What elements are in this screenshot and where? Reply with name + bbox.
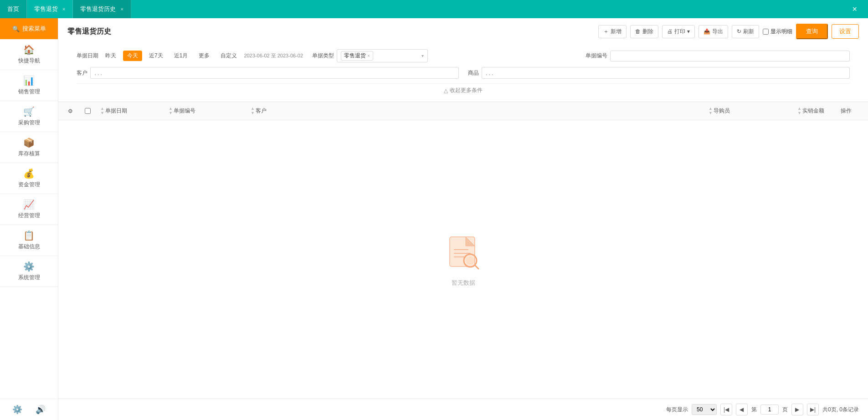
date-7days[interactable]: 近7天	[145, 51, 167, 61]
home-tab-label: 首页	[7, 5, 19, 13]
purchase-icon: 🛒	[23, 106, 35, 117]
sidebar-item-inventory[interactable]: 📦 库存核算	[0, 132, 58, 163]
settings-bottom-icon[interactable]: ⚙️	[12, 405, 22, 415]
sidebar-item-label-quick-nav: 快捷导航	[18, 57, 40, 65]
date-today[interactable]: 今天	[123, 51, 142, 61]
date-1month[interactable]: 近1月	[170, 51, 192, 61]
export-button-label: 导出	[712, 28, 723, 36]
delete-button-label: 删除	[642, 28, 653, 36]
page-actions: ＋ 新增 🗑 删除 🖨 打印 ▾ 📤 导出	[598, 24, 859, 39]
page-number-input[interactable]	[760, 405, 779, 415]
top-bar: 首页 零售退货 × 零售退货历史 × ×	[0, 0, 868, 18]
settings-button-label: 设置	[839, 28, 851, 35]
customer-label: 客户	[77, 69, 87, 77]
finance-icon: 💰	[23, 168, 35, 179]
sidebar-item-label-finance: 资金管理	[18, 181, 40, 189]
select-all-checkbox[interactable]	[85, 108, 91, 114]
tab-retail-return-history[interactable]: 零售退货历史 ×	[73, 0, 131, 18]
export-button[interactable]: 📤 导出	[699, 25, 728, 38]
column-settings-icon[interactable]: ⚙	[68, 108, 73, 114]
print-button[interactable]: 🖨 打印 ▾	[662, 25, 695, 38]
per-page-select[interactable]: 10 20 50 100	[692, 404, 717, 415]
voucher-type-label: 单据类型	[312, 52, 334, 60]
audio-bottom-icon[interactable]: 🔊	[36, 405, 46, 415]
content-area: 零售退货历史 ＋ 新增 🗑 删除 🖨 打印 ▾	[58, 18, 868, 420]
goods-input[interactable]: ...	[482, 67, 850, 79]
window-close-button[interactable]: ×	[848, 5, 861, 14]
empty-text: 暂无数据	[452, 279, 475, 287]
date-yesterday[interactable]: 昨天	[101, 51, 120, 61]
new-button[interactable]: ＋ 新增	[598, 25, 627, 38]
filter-section: 单据日期 昨天 今天 近7天 近1月 更多 自定义 2023-06-02 至 2…	[67, 45, 859, 102]
date-range-display: 2023-06-02 至 2023-06-02	[244, 52, 303, 59]
show-detail-checkbox-wrapper[interactable]: 显示明细	[763, 28, 792, 36]
page-last-button[interactable]: ▶|	[807, 404, 819, 415]
query-button[interactable]: 查询	[796, 24, 828, 39]
sidebar-item-basic-info[interactable]: 📋 基础信息	[0, 225, 58, 256]
per-page-label: 每页显示	[666, 406, 688, 414]
goods-label: 商品	[468, 69, 479, 77]
show-detail-checkbox[interactable]	[763, 29, 769, 35]
sidebar-item-label-purchase: 采购管理	[18, 119, 40, 127]
th-checkbox[interactable]	[78, 108, 97, 114]
voucher-number-filter-group: 单据编号	[586, 51, 850, 61]
page-title: 零售退货历史	[67, 27, 111, 36]
empty-state: 暂无数据	[58, 120, 868, 399]
date-filter-label: 单据日期	[77, 52, 98, 60]
tab-retail-return-close[interactable]: ×	[62, 6, 65, 12]
number-sort-icon[interactable]: ▲▼	[169, 107, 173, 115]
th-settings[interactable]: ⚙	[62, 108, 78, 114]
guide-sort-icon[interactable]: ▲▼	[709, 107, 713, 115]
print-button-label: 打印	[674, 28, 685, 36]
page-first-button[interactable]: |◀	[720, 404, 732, 415]
sidebar: 🔍 搜索菜单 🏠 快捷导航 📊 销售管理 🛒 采购管理 📦 库存核算 💰 资金管…	[0, 18, 58, 420]
table-area: ⚙ ▲▼ 单据日期 ▲▼ 单据编号 ▲▼ 客户 ▲▼	[58, 102, 868, 399]
sidebar-item-system[interactable]: ⚙️ 系统管理	[0, 256, 58, 287]
tab-retail-return-history-close[interactable]: ×	[120, 6, 123, 12]
customer-placeholder: ...	[94, 69, 103, 77]
voucher-number-label: 单据编号	[586, 52, 607, 60]
sidebar-item-finance[interactable]: 💰 资金管理	[0, 163, 58, 194]
th-date-label: 单据日期	[105, 107, 127, 115]
date-more[interactable]: 更多	[195, 51, 214, 61]
sidebar-item-operation[interactable]: 📈 经营管理	[0, 194, 58, 225]
page-prev-button[interactable]: ◀	[736, 404, 748, 415]
sidebar-item-sales[interactable]: 📊 销售管理	[0, 70, 58, 101]
date-sort-icon[interactable]: ▲▼	[100, 107, 104, 115]
show-detail-label: 显示明细	[770, 28, 792, 36]
delete-icon: 🗑	[635, 28, 641, 35]
sidebar-item-purchase[interactable]: 🛒 采购管理	[0, 101, 58, 132]
date-custom[interactable]: 自定义	[216, 51, 241, 61]
date-filter-group: 单据日期 昨天 今天 近7天 近1月 更多 自定义 2023-06-02 至 2…	[77, 51, 303, 61]
customer-input[interactable]: ...	[90, 67, 459, 79]
sidebar-item-quick-nav[interactable]: 🏠 快捷导航	[0, 39, 58, 70]
total-label: 共0页, 0条记录	[822, 406, 859, 414]
voucher-type-input[interactable]: 零售退货 × ▾	[337, 49, 428, 62]
sidebar-item-label-system: 系统管理	[18, 274, 40, 282]
goods-placeholder: ...	[486, 69, 494, 77]
home-icon: 🏠	[23, 44, 35, 55]
empty-icon	[441, 232, 486, 273]
tab-home[interactable]: 首页	[0, 0, 27, 18]
refresh-button[interactable]: ↻ 刷新	[732, 25, 759, 38]
refresh-icon: ↻	[737, 28, 741, 35]
voucher-number-input[interactable]	[610, 51, 850, 61]
sidebar-search[interactable]: 🔍 搜索菜单	[0, 18, 58, 39]
page-title-row: 零售退货历史 ＋ 新增 🗑 删除 🖨 打印 ▾	[67, 24, 859, 39]
refresh-button-label: 刷新	[743, 28, 754, 36]
th-number-label: 单据编号	[174, 107, 195, 115]
goods-filter-group: 商品 ...	[468, 67, 850, 79]
voucher-type-tag-close[interactable]: ×	[367, 53, 370, 58]
voucher-type-filter-group: 单据类型 零售退货 × ▾	[312, 49, 576, 62]
customer-sort-icon[interactable]: ▲▼	[251, 107, 255, 115]
amount-sort-icon[interactable]: ▲▼	[797, 107, 801, 115]
operation-icon: 📈	[23, 199, 35, 210]
page-next-button[interactable]: ▶	[791, 404, 803, 415]
svg-point-5	[466, 256, 474, 265]
main-layout: 🔍 搜索菜单 🏠 快捷导航 📊 销售管理 🛒 采购管理 📦 库存核算 💰 资金管…	[0, 18, 868, 420]
voucher-type-tag-text: 零售退货	[344, 52, 366, 60]
delete-button[interactable]: 🗑 删除	[630, 25, 658, 38]
collapse-filter-bar[interactable]: △ 收起更多条件	[77, 83, 850, 97]
tab-retail-return[interactable]: 零售退货 ×	[27, 0, 73, 18]
settings-button[interactable]: 设置	[832, 24, 859, 39]
